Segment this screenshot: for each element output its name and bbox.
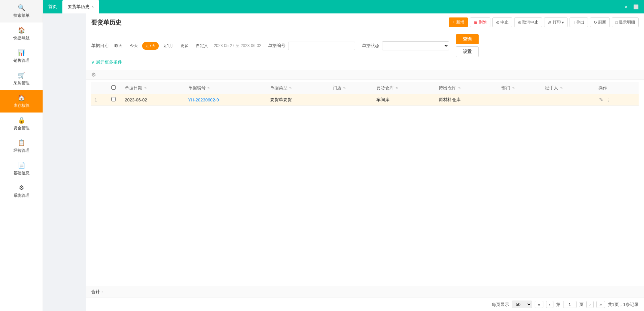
- page-label: 第: [556, 302, 560, 308]
- print-label: 打印: [553, 19, 561, 25]
- status-select[interactable]: [382, 41, 449, 50]
- footer-total: 合计：: [91, 289, 104, 295]
- date-label: 单据日期: [91, 43, 109, 49]
- page-header: 要货单历史 + 新增 🗑 删除 ⊘ 中止 ⊘ 取消中止 🖨 打印 ▾: [86, 13, 644, 30]
- cancel-stop-button[interactable]: ⊘ 取消中止: [514, 17, 542, 27]
- col-handler: 经手人 ⇅: [542, 82, 595, 94]
- per-page-select[interactable]: 10 20 50 100: [512, 301, 532, 308]
- sidebar-item-operations[interactable]: 📋 经营管理: [0, 135, 43, 158]
- cell-req-warehouse: 车间库: [373, 94, 436, 106]
- doc-no-link[interactable]: YH-20230602-0: [188, 97, 219, 102]
- export-button[interactable]: ↑ 导出: [570, 17, 588, 27]
- sidebar-item-search[interactable]: 🔍 搜索菜单: [0, 0, 43, 23]
- top-bar: 首页 要货单历史 × ✕ ⬜: [43, 0, 644, 13]
- new-button[interactable]: + 新增: [449, 17, 468, 27]
- sidebar-item-purchase[interactable]: 🛒 采购管理: [0, 68, 43, 90]
- col-dept: 部门 ⇅: [498, 82, 542, 94]
- col-store: 门店 ⇅: [329, 82, 373, 94]
- date-custom[interactable]: 自定义: [193, 42, 211, 50]
- tab-close-icon[interactable]: ×: [92, 5, 94, 9]
- settings-button[interactable]: 设置: [456, 46, 479, 57]
- next-page-btn[interactable]: ›: [586, 301, 594, 308]
- expand-label: 展开更多条件: [96, 59, 122, 65]
- cell-ops: ✎ ⋮: [595, 94, 639, 106]
- date-today[interactable]: 今天: [127, 42, 141, 50]
- sort-dept-icon[interactable]: ⇅: [512, 86, 515, 90]
- settings-row: ⚙: [86, 70, 644, 80]
- tab-requisition-label: 要货单历史: [68, 4, 90, 10]
- export-label: 导出: [576, 19, 584, 25]
- sidebar-item-label: 销售管理: [13, 58, 30, 63]
- cell-pending-warehouse: 原材料仓库: [435, 94, 498, 106]
- cell-doc-date: 2023-06-02: [121, 94, 185, 106]
- system-icon: ⚙: [19, 184, 24, 191]
- doc-no-filter: 单据编号: [268, 42, 355, 50]
- sort-handler-icon[interactable]: ⇅: [560, 86, 563, 90]
- page-title: 要货单历史: [91, 18, 121, 27]
- finance-icon: 🔒: [18, 117, 25, 124]
- last-page-btn[interactable]: »: [596, 301, 605, 308]
- date-yesterday[interactable]: 昨天: [111, 42, 125, 50]
- date-range: 2023-05-27 至 2023-06-02: [214, 43, 261, 49]
- query-button[interactable]: 查询: [456, 34, 479, 44]
- sort-req-wh-icon[interactable]: ⇅: [395, 86, 398, 90]
- sort-doc-type-icon[interactable]: ⇅: [289, 86, 292, 90]
- more-op-icon[interactable]: ⋮: [606, 97, 611, 102]
- sidebar-item-system[interactable]: ⚙ 系统管理: [0, 180, 43, 203]
- select-all-checkbox[interactable]: [111, 85, 116, 90]
- col-doc-date: 单据日期 ⇅: [121, 82, 185, 94]
- total-info: 共1页，1条记录: [608, 302, 639, 308]
- sort-doc-no-icon[interactable]: ⇅: [207, 86, 210, 90]
- sidebar-item-baseinfo[interactable]: 📄 基础信息: [0, 158, 43, 180]
- sidebar-item-inventory[interactable]: 🏠 库存核算: [0, 90, 43, 113]
- tab-home[interactable]: 首页: [43, 0, 62, 13]
- refresh-label: 刷新: [598, 19, 606, 25]
- cell-handler: [542, 94, 595, 106]
- edit-op-icon[interactable]: ✎: [599, 97, 603, 102]
- window-maximize-btn[interactable]: ⬜: [632, 4, 640, 10]
- col-req-warehouse: 要货仓库 ⇅: [373, 82, 436, 94]
- per-page-label: 每页显示: [492, 302, 509, 308]
- doc-no-input[interactable]: [288, 42, 355, 50]
- sidebar-item-sales[interactable]: 📊 销售管理: [0, 45, 43, 68]
- sort-store-icon[interactable]: ⇅: [343, 86, 346, 90]
- show-detail-button[interactable]: □ 显示明细: [612, 17, 639, 27]
- sidebar-item-quicknav[interactable]: 🏠 快捷导航: [0, 23, 43, 45]
- col-pending-warehouse: 待出仓库 ⇅: [435, 82, 498, 94]
- data-table: 单据日期 ⇅ 单据编号 ⇅ 单据类型 ⇅ 门店 ⇅: [91, 82, 639, 106]
- page-input[interactable]: [563, 301, 577, 308]
- sidebar-item-label: 经营管理: [13, 148, 30, 153]
- print-button[interactable]: 🖨 打印 ▾: [544, 17, 568, 27]
- prev-page-btn[interactable]: ‹: [546, 301, 553, 308]
- date-last1month[interactable]: 近1月: [160, 42, 176, 50]
- cell-doc-no: YH-20230602-0: [185, 94, 267, 106]
- header-actions: + 新增 🗑 删除 ⊘ 中止 ⊘ 取消中止 🖨 打印 ▾ ↑ 导出: [449, 17, 639, 27]
- cell-checkbox[interactable]: [108, 94, 121, 106]
- sidebar-item-finance[interactable]: 🔒 资金管理: [0, 113, 43, 135]
- cell-dept: [498, 94, 542, 106]
- expand-more-btn[interactable]: ∨ 展开更多条件: [91, 57, 639, 67]
- main-content: 要货单历史 + 新增 🗑 删除 ⊘ 中止 ⊘ 取消中止 🖨 打印 ▾: [86, 13, 644, 311]
- row-checkbox[interactable]: [111, 97, 116, 101]
- refresh-button[interactable]: ↻ 刷新: [590, 17, 610, 27]
- sidebar-item-label: 快捷导航: [13, 35, 30, 41]
- query-buttons: 查询 设置: [456, 34, 479, 57]
- sidebar-item-label: 搜索菜单: [13, 13, 30, 18]
- sort-doc-date-icon[interactable]: ⇅: [144, 86, 147, 90]
- page-unit: 页: [579, 302, 584, 308]
- col-checkbox: [108, 82, 121, 94]
- status-label: 单据状态: [362, 43, 379, 49]
- status-filter: 单据状态: [362, 41, 449, 50]
- sidebar: 🔍 搜索菜单 🏠 快捷导航 📊 销售管理 🛒 采购管理 🏠 库存核算 🔒 资金管…: [0, 0, 43, 311]
- doc-no-label: 单据编号: [268, 43, 285, 49]
- stop-button[interactable]: ⊘ 中止: [492, 17, 512, 27]
- date-more[interactable]: 更多: [177, 42, 192, 50]
- window-close-btn[interactable]: ✕: [623, 4, 629, 10]
- sort-pend-wh-icon[interactable]: ⇅: [458, 86, 461, 90]
- delete-button[interactable]: 🗑 删除: [470, 17, 490, 27]
- column-settings-icon[interactable]: ⚙: [91, 72, 96, 78]
- tab-requisition-history[interactable]: 要货单历史 ×: [62, 0, 99, 13]
- date-last7days[interactable]: 近7天: [142, 42, 159, 50]
- first-page-btn[interactable]: «: [535, 301, 543, 308]
- col-doc-type: 单据类型 ⇅: [267, 82, 329, 94]
